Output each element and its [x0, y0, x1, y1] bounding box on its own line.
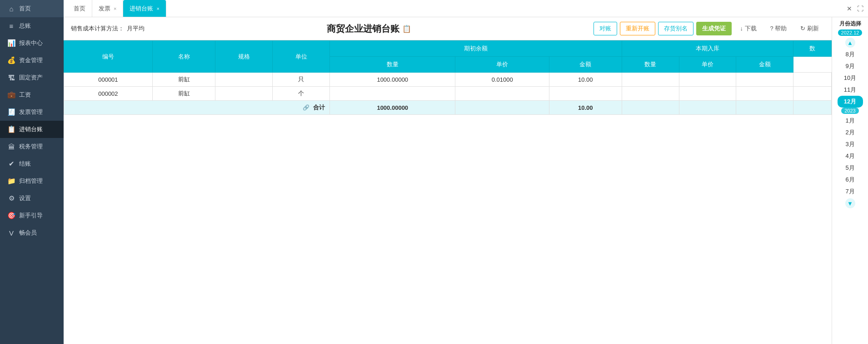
- sidebar-label-settings: 设置: [19, 194, 31, 202]
- month-item-10[interactable]: 10月: [838, 72, 863, 84]
- sidebar-item-settings[interactable]: ⚙ 设置: [0, 190, 64, 207]
- month-scroll-up-button[interactable]: ▲: [845, 38, 855, 48]
- row1-amount-in: [736, 73, 793, 87]
- invoice-icon: 🧾: [7, 108, 15, 116]
- sidebar-item-home[interactable]: ⌂ 首页: [0, 0, 64, 17]
- sidebar-item-tax-management[interactable]: 🏛 税务管理: [0, 138, 64, 155]
- tab-bar: 首页 发票 × 进销台账 × ✕ ⛶: [64, 0, 868, 17]
- main-panel: 销售成本计算方法： 月平均 商贸企业进销台账 📋 对账 重新开账 存货别名 生成…: [64, 17, 832, 344]
- settings-icon: ⚙: [7, 194, 15, 202]
- year-2023-badge: 2023: [841, 108, 858, 114]
- purchase-sales-icon: 📋: [7, 125, 15, 133]
- row2-unit: 个: [273, 87, 330, 101]
- month-item-11[interactable]: 11月: [838, 84, 863, 96]
- sidebar-item-beginner-guide[interactable]: 🎯 新手引导: [0, 207, 64, 224]
- row2-price-in: [679, 87, 736, 101]
- row2-amount-init: [549, 87, 622, 101]
- window-maximize-button[interactable]: ⛶: [856, 5, 864, 13]
- month-item-5[interactable]: 5月: [838, 162, 863, 174]
- sidebar-item-general-ledger[interactable]: ≡ 总账: [0, 17, 64, 34]
- month-item-7[interactable]: 7月: [838, 186, 863, 197]
- total-qty-init: 1000.00000: [330, 101, 455, 115]
- sidebar-label-archive-management: 归档管理: [19, 177, 43, 185]
- window-close-button[interactable]: ✕: [845, 5, 853, 13]
- total-extra: [793, 101, 832, 115]
- row2-num: 000002: [64, 87, 153, 101]
- col-in-price: 单价: [679, 57, 736, 73]
- total-label: 🔗 合计: [64, 101, 330, 115]
- sidebar-label-report-center: 报表中心: [19, 39, 43, 47]
- col-in-qty: 数量: [622, 57, 679, 73]
- refresh-button[interactable]: ↻ 刷新: [795, 22, 824, 35]
- help-button[interactable]: ? 帮助: [765, 22, 793, 35]
- action-buttons: 对账 重新开账 存货别名 生成凭证 ↓ 下载 ? 帮助 ↻ 刷新: [594, 22, 824, 35]
- month-item-2[interactable]: 2月: [838, 127, 863, 138]
- row1-num: 000001: [64, 73, 153, 87]
- sidebar-item-salary[interactable]: 💼 工资: [0, 86, 64, 103]
- report-icon: 📊: [7, 39, 15, 47]
- month-item-1[interactable]: 1月: [838, 115, 863, 127]
- month-item-4[interactable]: 4月: [838, 150, 863, 162]
- sidebar-item-member[interactable]: V 畅会员: [0, 224, 64, 241]
- year-2022-badge: 2022.12: [838, 29, 863, 36]
- month-scroll-down-button[interactable]: ▼: [845, 198, 855, 208]
- sidebar-item-purchase-sales-ledger[interactable]: 📋 进销台账: [0, 121, 64, 138]
- col-in-amount: 金额: [736, 57, 793, 73]
- sidebar-label-invoice-management: 发票管理: [19, 108, 43, 116]
- ledger-table: 编号 名称 规格 单位 期初余额 本期入库 数 数量 单价 金额 数: [64, 40, 832, 115]
- sidebar-label-fund-management: 资金管理: [19, 56, 43, 64]
- month-item-6[interactable]: 6月: [838, 174, 863, 186]
- month-item-12[interactable]: 12月: [838, 96, 863, 108]
- row1-extra: [793, 73, 832, 87]
- row1-spec: [215, 73, 273, 87]
- month-item-9[interactable]: 9月: [838, 60, 863, 72]
- sidebar-item-archive-management[interactable]: 📁 归档管理: [0, 172, 64, 190]
- tab-ledger[interactable]: 进销台账 ×: [123, 0, 166, 17]
- table-row: 000001 前缸 只 1000.00000 0.01000 10.00: [64, 73, 832, 87]
- row1-name: 前缸: [152, 73, 215, 87]
- month-item-8[interactable]: 8月: [838, 49, 863, 60]
- page-title-area: 商贸企业进销台账 📋: [145, 23, 594, 35]
- title-copy-icon[interactable]: 📋: [402, 25, 411, 33]
- home-icon: ⌂: [7, 5, 15, 13]
- generate-button[interactable]: 生成凭证: [696, 22, 732, 35]
- total-row: 🔗 合计 1000.00000 10.00: [64, 101, 832, 115]
- col-opening-price: 单价: [455, 57, 549, 73]
- guide-icon: 🎯: [7, 211, 15, 220]
- sidebar: ⌂ 首页 ≡ 总账 📊 报表中心 💰 资金管理 🏗 固定资产 💼 工资 🧾 发票…: [0, 0, 64, 344]
- col-opening-qty: 数量: [330, 57, 455, 73]
- col-opening-amount: 金额: [549, 57, 622, 73]
- sidebar-item-fixed-assets[interactable]: 🏗 固定资产: [0, 69, 64, 86]
- tab-home-label: 首页: [74, 5, 85, 13]
- tab-home[interactable]: 首页: [67, 0, 92, 17]
- month-selector-title: 月份选择: [839, 20, 861, 28]
- save-alias-button[interactable]: 存货别名: [658, 22, 693, 35]
- col-num: 编号: [64, 41, 153, 73]
- member-icon: V: [7, 229, 15, 237]
- window-controls: ✕ ⛶: [845, 5, 864, 13]
- duizhang-button[interactable]: 对账: [594, 22, 617, 35]
- sidebar-item-fund-management[interactable]: 💰 资金管理: [0, 52, 64, 69]
- row1-amount-init: 10.00: [549, 73, 622, 87]
- tab-ledger-label: 进销台账: [130, 5, 153, 13]
- col-extra: 数: [793, 41, 832, 57]
- sidebar-item-settlement[interactable]: ✔ 结账: [0, 155, 64, 172]
- reopen-button[interactable]: 重新开账: [620, 22, 655, 35]
- fund-icon: 💰: [7, 56, 15, 64]
- ledger-icon: ≡: [7, 22, 15, 30]
- tab-ledger-close[interactable]: ×: [156, 6, 159, 11]
- month-item-3[interactable]: 3月: [838, 138, 863, 150]
- settlement-icon: ✔: [7, 160, 15, 168]
- sidebar-item-invoice-management[interactable]: 🧾 发票管理: [0, 103, 64, 121]
- row1-price-in: [679, 73, 736, 87]
- tab-invoice[interactable]: 发票 ×: [92, 0, 123, 17]
- archive-icon: 📁: [7, 177, 15, 185]
- tab-invoice-close[interactable]: ×: [114, 6, 116, 11]
- month-selector-panel: 月份选择 2022.12 ▲ 8月 9月 10月 11月 12月 2023 1月…: [832, 17, 868, 344]
- sidebar-item-report-center[interactable]: 📊 报表中心: [0, 34, 64, 52]
- total-amount-init: 10.00: [549, 101, 622, 115]
- salary-icon: 💼: [7, 91, 15, 99]
- sidebar-label-beginner-guide: 新手引导: [19, 211, 43, 220]
- fixed-assets-icon: 🏗: [7, 74, 15, 82]
- download-button[interactable]: ↓ 下载: [734, 22, 762, 35]
